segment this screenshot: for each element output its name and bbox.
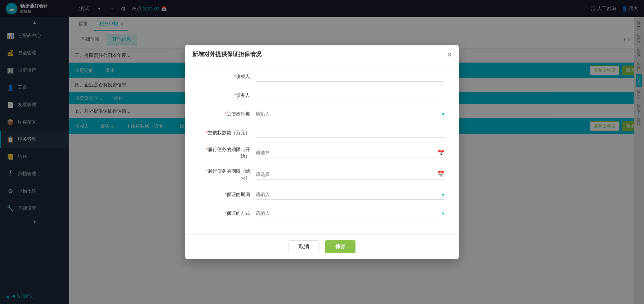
form-row-period-start: *履行债务的期限（开始） 📅 bbox=[200, 146, 444, 159]
form-row-creditor: *债权人 bbox=[200, 72, 444, 82]
form-date-input-end[interactable] bbox=[256, 169, 437, 179]
form-select-wrap-guarantee-method: ▾ bbox=[256, 208, 444, 218]
form-label-debt-type: *主债权种类 bbox=[200, 111, 250, 117]
calendar-icon-end[interactable]: 📅 bbox=[437, 171, 444, 178]
form-label-debtor: *债务人 bbox=[200, 92, 250, 99]
modal-close-btn[interactable]: × bbox=[447, 51, 452, 58]
form-row-debtor: *债务人 bbox=[200, 90, 444, 100]
form-row-debt-type: *主债权种类 ▾ bbox=[200, 109, 444, 119]
form-select-wrap-debt-type: ▾ bbox=[256, 109, 444, 119]
required-mark: * bbox=[206, 147, 208, 152]
modal-overlay: 新增对外提供保证担保情况 × *债权人 *债务人 *主债权种类 bbox=[0, 0, 644, 304]
required-mark: * bbox=[234, 74, 236, 79]
form-select-input-debt-type[interactable] bbox=[256, 109, 442, 119]
form-date-wrap-start: 📅 bbox=[256, 148, 444, 158]
chevron-down-icon-guarantee-period[interactable]: ▾ bbox=[442, 192, 444, 198]
chevron-down-icon-debt-type[interactable]: ▾ bbox=[442, 111, 444, 117]
modal-footer: 取消 保存 bbox=[185, 234, 459, 259]
form-select-wrap-guarantee-period: ▾ bbox=[256, 190, 444, 200]
form-label-guarantee-method: *保证的方式 bbox=[200, 210, 250, 217]
required-mark: * bbox=[206, 130, 208, 135]
form-row-period-end: *履行债务的期限（结束） 📅 bbox=[200, 168, 444, 181]
required-mark: * bbox=[225, 111, 227, 117]
form-select-input-guarantee-method[interactable] bbox=[256, 208, 442, 218]
cancel-button[interactable]: 取消 bbox=[289, 240, 319, 253]
required-mark: * bbox=[225, 192, 227, 197]
form-date-input-start[interactable] bbox=[256, 148, 437, 158]
modal-header: 新增对外提供保证担保情况 × bbox=[185, 45, 459, 64]
required-mark: * bbox=[234, 92, 236, 98]
form-input-debtor[interactable] bbox=[256, 90, 444, 100]
required-mark: * bbox=[225, 210, 227, 216]
form-input-creditor[interactable] bbox=[256, 72, 444, 82]
form-select-input-guarantee-period[interactable] bbox=[256, 190, 442, 199]
form-label-period-start: *履行债务的期限（开始） bbox=[200, 146, 250, 159]
modal-body: *债权人 *债务人 *主债权种类 ▾ bbox=[185, 64, 459, 234]
calendar-icon-start[interactable]: 📅 bbox=[437, 149, 444, 156]
required-mark: * bbox=[206, 168, 208, 174]
form-row-guarantee-period: *保证的期间 ▾ bbox=[200, 190, 444, 200]
form-row-guarantee-method: *保证的方式 ▾ bbox=[200, 208, 444, 218]
form-label-debt-amount: *主债权数额（万元） bbox=[200, 130, 250, 136]
form-label-period-end: *履行债务的期限（结束） bbox=[200, 168, 250, 181]
form-input-debt-amount[interactable] bbox=[256, 128, 444, 138]
form-label-creditor: *债权人 bbox=[200, 73, 250, 80]
form-label-guarantee-period: *保证的期间 bbox=[200, 191, 250, 198]
form-date-wrap-end: 📅 bbox=[256, 169, 444, 180]
modal-title: 新增对外提供保证担保情况 bbox=[192, 51, 261, 58]
form-row-debt-amount: *主债权数额（万元） bbox=[200, 128, 444, 138]
save-button[interactable]: 保存 bbox=[325, 240, 355, 253]
chevron-down-icon-guarantee-method[interactable]: ▾ bbox=[442, 210, 444, 216]
modal-dialog: 新增对外提供保证担保情况 × *债权人 *债务人 *主债权种类 bbox=[185, 45, 459, 259]
